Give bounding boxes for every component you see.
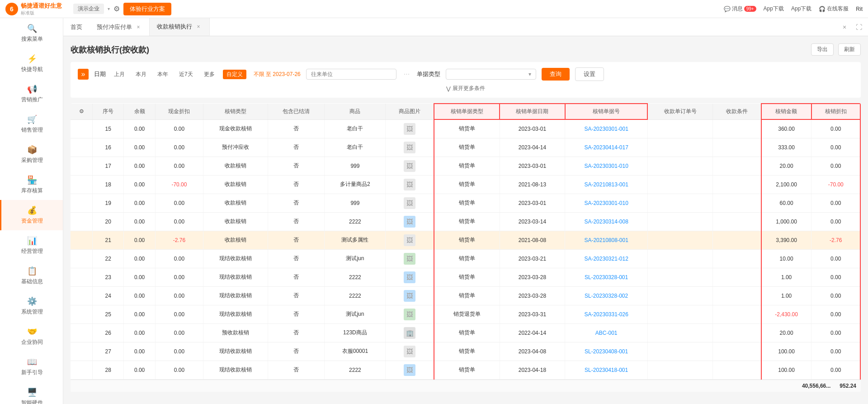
settings-button[interactable]: 设置 <box>575 67 604 81</box>
company-name[interactable]: 演示企业 <box>73 4 104 14</box>
online-service-area[interactable]: 🎧 在线客服 <box>819 5 849 13</box>
th-settings[interactable]: ⚙ <box>71 104 93 119</box>
cell-bill-category: 销货单 <box>434 194 500 212</box>
source-unit-input[interactable] <box>306 69 396 80</box>
cell-receipt-condition <box>713 157 761 175</box>
cell-receipt-order <box>647 249 712 268</box>
cell-bill-no[interactable]: SA-20210808-001 <box>565 231 648 249</box>
cell-bill-no[interactable]: SA-20230321-012 <box>565 249 648 268</box>
refresh-button[interactable]: 刷新 <box>838 43 861 56</box>
date-this-month-btn[interactable]: 本月 <box>133 70 149 79</box>
cell-verify-amount: 20.00 <box>761 323 811 342</box>
sidebar-item-11[interactable]: 📖新手引导 <box>0 352 63 382</box>
maximize-window-icon[interactable]: ⛶ <box>854 22 864 33</box>
cell-receipt-condition <box>713 342 761 361</box>
cell-bill-category: 销货单 <box>434 249 500 268</box>
tab-verify[interactable]: 收款核销执行 × <box>150 18 210 36</box>
export-button[interactable]: 导出 <box>811 43 834 56</box>
cell-row-settings <box>71 157 93 175</box>
cell-verify-amount: 100.00 <box>761 342 811 361</box>
date-range-display: 不限 至 2023-07-26 <box>254 71 301 78</box>
date-this-year-btn[interactable]: 本年 <box>155 70 171 79</box>
filter-expand-btn[interactable]: » <box>78 69 89 80</box>
cell-balance: 0.00 <box>124 194 155 212</box>
cell-bill-category: 销货单 <box>434 342 500 361</box>
message-area[interactable]: 💬 消息 99+ <box>724 5 756 13</box>
cell-verify-type: 现结收款核销 <box>203 305 268 323</box>
cell-bill-no[interactable]: SA-20230314-008 <box>565 212 648 231</box>
tab-home[interactable]: 首页 <box>63 18 90 36</box>
tab-prepay-close[interactable]: × <box>135 24 142 31</box>
tab-verify-close[interactable]: × <box>195 23 202 30</box>
sidebar-item-0[interactable]: 🔍搜索菜单 <box>0 18 63 48</box>
cell-receipt-order <box>647 119 712 138</box>
sidebar-item-8[interactable]: 📋基础信息 <box>0 261 63 291</box>
cell-row-settings <box>71 286 93 305</box>
message-badge: 99+ <box>744 6 756 12</box>
cell-bill-no[interactable]: SL-20230328-001 <box>565 268 648 286</box>
cell-verify-type: 现结收款核销 <box>203 286 268 305</box>
cell-num: 22 <box>93 249 124 268</box>
sidebar-item-3[interactable]: 🛒销售管理 <box>0 109 63 139</box>
cell-bill-date: 2023-03-28 <box>500 286 565 305</box>
cell-bill-no[interactable]: SA-20210813-001 <box>565 175 648 194</box>
sidebar-icon-8: 📋 <box>27 266 37 276</box>
tab-prepay-label: 预付冲应付单 <box>97 23 132 31</box>
cell-bill-no[interactable]: SA-20230414-017 <box>565 138 648 157</box>
cell-bill-no[interactable]: SA-20230301-001 <box>565 119 648 138</box>
cell-bill-no[interactable]: SA-20230301-010 <box>565 194 648 212</box>
tab-prepay[interactable]: 预付冲应付单 × <box>90 18 150 36</box>
cell-verify-type: 收款核销 <box>203 231 268 249</box>
cell-verify-amount: 20.00 <box>761 157 811 175</box>
cell-num: 18 <box>93 175 124 194</box>
sidebar-item-9[interactable]: ⚙️系统管理 <box>0 291 63 321</box>
cell-num: 23 <box>93 268 124 286</box>
cell-verify-type: 收款核销 <box>203 175 268 194</box>
table-row: 270.000.00现结收款核销否衣服00001🖼销货单2023-04-08SL… <box>71 342 860 361</box>
gear-icon[interactable]: ⚙ <box>113 5 120 13</box>
sidebar-label-2: 营销推广 <box>21 96 43 104</box>
cell-bill-no[interactable]: SL-20230418-001 <box>565 361 648 379</box>
app-sub: 标准版 <box>21 10 62 16</box>
user-name[interactable]: Rit <box>856 6 863 12</box>
cell-receipt-condition <box>713 194 761 212</box>
date-7days-btn[interactable]: 近7天 <box>176 70 196 79</box>
trial-button[interactable]: 体验行业方案 <box>123 3 171 15</box>
table-row: 250.000.00现结收款核销否测试jun🖼销货退货单2023-03-31SA… <box>71 305 860 323</box>
cell-bill-no[interactable]: SA-20230331-026 <box>565 305 648 323</box>
query-button[interactable]: 查询 <box>542 68 570 81</box>
cell-cash-discount: 0.00 <box>155 361 203 379</box>
date-more-btn[interactable]: 更多 <box>201 70 217 79</box>
cell-verify-discount: 0.00 <box>811 138 860 157</box>
filter-area: » 日期 上月 本月 本年 近7天 更多 自定义 不限 至 2023-07-26… <box>71 62 861 98</box>
bill-type-select[interactable]: ▾ <box>446 69 536 80</box>
cell-include-settled: 否 <box>268 268 325 286</box>
date-prev-month-btn[interactable]: 上月 <box>111 70 127 79</box>
app-download[interactable]: App下载 <box>764 5 784 13</box>
cell-product: 2222 <box>325 212 386 231</box>
close-window-icon[interactable]: × <box>839 22 850 33</box>
sidebar-item-4[interactable]: 📦采购管理 <box>0 139 63 170</box>
cell-balance: 0.00 <box>124 212 155 231</box>
expand-more-btn[interactable]: ⋁ 展开更多条件 <box>78 85 854 92</box>
cell-verify-discount: 0.00 <box>811 119 860 138</box>
sidebar-item-10[interactable]: 🤝企业协同 <box>0 321 63 352</box>
sidebar-item-6[interactable]: 💰资金管理 <box>0 200 63 230</box>
cell-bill-no[interactable]: SL-20230328-002 <box>565 286 648 305</box>
cell-bill-no[interactable]: ABC-001 <box>565 323 648 342</box>
cell-bill-no[interactable]: SL-20230408-001 <box>565 342 648 361</box>
dropdown-arrow-icon[interactable]: ▾ <box>108 6 110 11</box>
sidebar-item-7[interactable]: 📊经营管理 <box>0 230 63 261</box>
cell-bill-no[interactable]: SA-20230301-010 <box>565 157 648 175</box>
cell-balance: 0.00 <box>124 119 155 138</box>
sidebar-label-10: 企业协同 <box>21 338 43 346</box>
sidebar-item-5[interactable]: 🏪库存核算 <box>0 170 63 200</box>
date-custom-btn[interactable]: 自定义 <box>223 70 246 79</box>
sidebar-label-0: 搜索菜单 <box>21 35 43 43</box>
cell-verify-type: 现结收款核销 <box>203 361 268 379</box>
sidebar-item-2[interactable]: 📢营销推广 <box>0 79 63 109</box>
app-download-label[interactable]: App下载 <box>791 5 811 13</box>
sidebar-item-1[interactable]: ⚡快捷导航 <box>0 48 63 79</box>
sidebar-item-12[interactable]: 🖥️智能硬件 <box>0 382 63 404</box>
cell-verify-discount: 0.00 <box>811 157 860 175</box>
